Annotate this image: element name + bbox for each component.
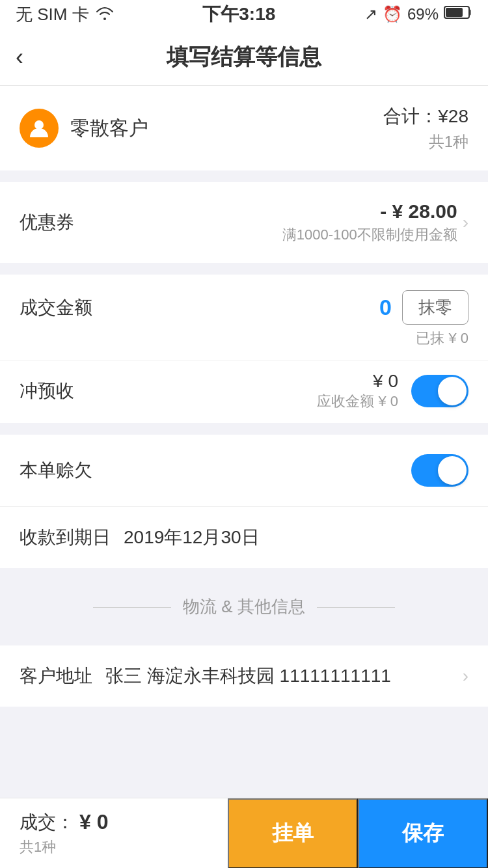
logistics-section: 物流 & 其他信息 客户地址 张三 海淀永丰科技园 11111111111 › — [0, 580, 488, 707]
customer-row: 零散客户 合计：¥28 共1种 — [0, 86, 488, 170]
deal-section: 成交金额 0 抹零 已抹 ¥ 0 冲预收 ¥ 0 应收金额 ¥ 0 — [0, 275, 488, 423]
save-button[interactable]: 保存 — [358, 798, 488, 869]
address-value: 张三 海淀永丰科技园 11111111111 — [105, 664, 463, 688]
deal-amount-value: 0 — [379, 295, 392, 320]
prepay-label: 冲预收 — [20, 379, 74, 403]
deal-right: 0 抹零 — [379, 290, 468, 325]
time-text: 下午3:18 — [202, 2, 275, 27]
bottom-summary-line1: 成交： ¥ 0 — [20, 810, 208, 835]
customer-total: 合计：¥28 共1种 — [383, 104, 468, 152]
battery-text: 69% — [407, 5, 439, 23]
credit-toggle-knob — [438, 456, 467, 485]
content: 零散客户 合计：¥28 共1种 优惠券 - ¥ 28.00 满1000-100不… — [0, 86, 488, 868]
page-title: 填写结算等信息 — [167, 42, 321, 72]
coupon-discount: - ¥ 28.00 — [282, 200, 457, 223]
battery-icon — [444, 5, 472, 23]
nav-bar: ‹ 填写结算等信息 — [0, 29, 488, 86]
svg-point-2 — [34, 120, 44, 129]
address-row[interactable]: 客户地址 张三 海淀永丰科技园 11111111111 › — [0, 645, 488, 707]
address-label: 客户地址 — [20, 664, 92, 688]
alarm-icon: ⏰ — [383, 5, 402, 23]
customer-avatar — [20, 109, 59, 148]
credit-section: 本单赊欠 收款到期日 2019年12月30日 — [0, 435, 488, 568]
logistics-header-text: 物流 & 其他信息 — [183, 595, 305, 618]
hold-button[interactable]: 挂单 — [228, 798, 358, 869]
credit-toggle[interactable] — [411, 454, 468, 487]
customer-left: 零散客户 — [20, 109, 148, 148]
credit-row: 本单赊欠 — [0, 435, 488, 506]
deal-sub-text: 已抹 ¥ 0 — [0, 329, 488, 360]
prepay-right: ¥ 0 应收金额 ¥ 0 — [317, 371, 468, 411]
prepay-sub: 应收金额 ¥ 0 — [317, 392, 398, 411]
coupon-right: - ¥ 28.00 满1000-100不限制使用金额 — [282, 200, 457, 245]
coupon-label: 优惠券 — [20, 210, 74, 235]
wifi-icon — [96, 5, 114, 25]
status-left: 无 SIM 卡 — [16, 3, 114, 26]
coupon-card: 优惠券 - ¥ 28.00 满1000-100不限制使用金额 › — [0, 182, 488, 263]
credit-label: 本单赊欠 — [20, 458, 92, 483]
status-bar: 无 SIM 卡 下午3:18 ↗ ⏰ 69% — [0, 0, 488, 29]
prepay-amount: ¥ 0 — [317, 371, 398, 392]
duedate-label: 收款到期日 — [20, 525, 111, 550]
bottom-bar: 成交： ¥ 0 共1种 挂单 保存 — [0, 798, 488, 868]
bottom-summary-label: 成交： — [20, 810, 74, 835]
prepay-value-area: ¥ 0 应收金额 ¥ 0 — [317, 371, 398, 411]
prepay-row: 冲预收 ¥ 0 应收金额 ¥ 0 — [0, 360, 488, 423]
bottom-summary: 成交： ¥ 0 共1种 — [0, 810, 228, 857]
deal-amount-label: 成交金额 — [20, 295, 92, 320]
duedate-row: 收款到期日 2019年12月30日 — [0, 506, 488, 568]
status-right: ↗ ⏰ 69% — [364, 5, 472, 23]
logistics-header: 物流 & 其他信息 — [0, 580, 488, 634]
customer-total-count: 共1种 — [383, 131, 468, 152]
customer-total-amount: 合计：¥28 — [383, 104, 468, 129]
duedate-value: 2019年12月30日 — [124, 525, 260, 550]
customer-name: 零散客户 — [70, 115, 148, 142]
deal-amount-row: 成交金额 0 抹零 — [0, 275, 488, 329]
back-button[interactable]: ‹ — [16, 44, 23, 71]
coupon-row[interactable]: 优惠券 - ¥ 28.00 满1000-100不限制使用金额 › — [0, 182, 488, 263]
address-chevron-icon: › — [463, 666, 468, 686]
coupon-chevron-icon: › — [463, 212, 468, 233]
prepay-toggle[interactable] — [411, 375, 468, 407]
toggle-knob — [438, 377, 467, 405]
svg-rect-1 — [446, 8, 463, 17]
carrier-text: 无 SIM 卡 — [16, 3, 89, 26]
round-zero-button[interactable]: 抹零 — [402, 290, 468, 325]
bottom-summary-amount: ¥ 0 — [79, 810, 108, 834]
coupon-desc: 满1000-100不限制使用金额 — [282, 225, 457, 245]
bottom-summary-count: 共1种 — [20, 837, 208, 857]
location-icon: ↗ — [364, 5, 377, 23]
